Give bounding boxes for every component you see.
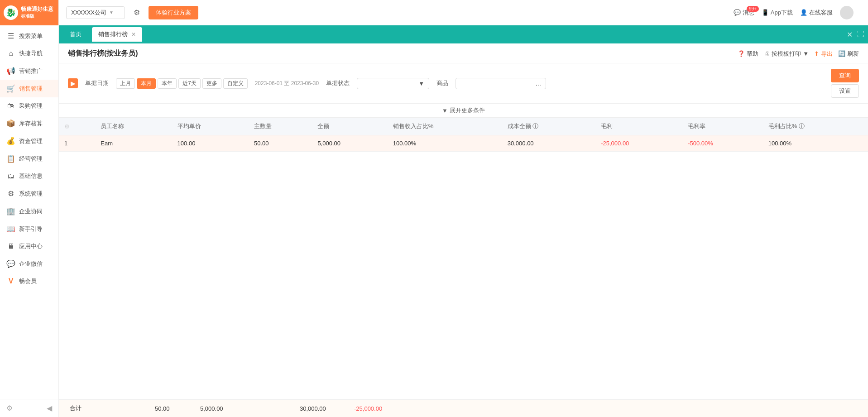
close-window-icon[interactable]: ✕ xyxy=(847,30,853,39)
date-current-year-btn[interactable]: 本年 xyxy=(158,78,177,89)
table-row: 1 Eam 100.00 50.00 5,000.00 100.00% 30,0… xyxy=(59,135,868,152)
basic-icon: 🗂 xyxy=(6,172,15,180)
expand-label: 展开更多条件 xyxy=(450,106,485,115)
topbar-right: 💬 消息 99+ 📱 App下载 👤 在线客服 xyxy=(734,6,861,19)
print-dropdown-icon: ▼ xyxy=(803,50,809,57)
sidebar-item-purchase[interactable]: 🛍 采购管理 xyxy=(0,97,58,115)
sidebar-item-corp[interactable]: 🏢 企业协同 xyxy=(0,202,58,220)
sidebar-item-guide[interactable]: 📖 新手引导 xyxy=(0,220,58,238)
sidebar-collapse-icon[interactable]: ◀ xyxy=(47,404,52,412)
apps-icon: 🖥 xyxy=(6,242,15,250)
date-range-display: 2023-06-01 至 2023-06-30 xyxy=(255,80,319,87)
goods-more-icon: … xyxy=(535,80,541,87)
date-buttons: 上月 本月 本年 近7天 更多 自定义 xyxy=(116,78,248,89)
th-avg-price: 平均单价 xyxy=(172,118,249,135)
main: XXXXXX公司 ▼ ⚙ 体验行业方案 💬 消息 99+ 📱 App下载 👤 在… xyxy=(59,0,868,417)
topbar-settings-btn[interactable]: ⚙ xyxy=(130,6,143,19)
cell-profit: -25,000.00 xyxy=(595,135,682,152)
table-footer: 合计 50.00 5,000.00 30,000.00 -25,000.00 xyxy=(59,399,868,417)
tab-home[interactable]: 首页 xyxy=(62,25,89,43)
date-custom-btn[interactable]: 自定义 xyxy=(223,78,248,89)
footer-amount: 5,000.00 xyxy=(200,405,250,412)
app-download-btn[interactable]: 📱 App下载 xyxy=(762,9,793,17)
logo-text: 畅康通好生意 标准版 xyxy=(21,6,53,19)
search-menu-icon: ☰ xyxy=(6,32,15,40)
expand-icon: ▼ xyxy=(442,107,448,114)
table-header: ⚙ 员工名称 平均单价 主数量 全额 销售收入占比% 成本全额 ⓘ 毛利 毛利率… xyxy=(59,118,868,135)
home-icon: ⌂ xyxy=(6,49,15,58)
th-setting[interactable]: ⚙ xyxy=(59,118,95,135)
th-amount: 全额 xyxy=(312,118,387,135)
footer-profit: -25,000.00 xyxy=(354,405,408,412)
export-btn[interactable]: ⬆ 导出 xyxy=(814,50,833,58)
expand-conditions-btn[interactable]: ▼ 展开更多条件 xyxy=(442,106,485,115)
sidebar-settings-icon[interactable]: ⚙ xyxy=(6,404,13,412)
guide-icon: 📖 xyxy=(6,225,15,233)
sidebar-item-quick[interactable]: ⌂ 快捷导航 xyxy=(0,45,58,62)
wechat-icon: 💬 xyxy=(6,259,15,268)
cell-avg-price: 100.00 xyxy=(172,135,249,152)
filter-bar: ▶ 单据日期 上月 本月 本年 近7天 更多 自定义 2023-06-01 至 … xyxy=(59,63,868,104)
help-btn[interactable]: ❓ 帮助 xyxy=(738,50,758,58)
page-title: 销售排行榜(按业务员) xyxy=(68,49,138,63)
tab-close-icon[interactable]: ✕ xyxy=(131,31,136,38)
cell-qty: 50.00 xyxy=(249,135,312,152)
sidebar-item-apps[interactable]: 🖥 应用中心 xyxy=(0,238,58,255)
avatar[interactable] xyxy=(840,6,854,19)
sidebar-item-basic[interactable]: 🗂 基础信息 xyxy=(0,168,58,185)
refresh-btn[interactable]: 🔄 刷新 xyxy=(838,50,859,58)
service-icon: 👤 xyxy=(800,9,807,16)
topbar: XXXXXX公司 ▼ ⚙ 体验行业方案 💬 消息 99+ 📱 App下载 👤 在… xyxy=(59,0,868,25)
tabbar: 首页 销售排行榜 ✕ ✕ ⛶ xyxy=(59,25,868,43)
date-more-btn[interactable]: 更多 xyxy=(202,78,221,89)
sidebar-logo: 🐉 畅康通好生意 标准版 xyxy=(0,0,58,25)
print-btn[interactable]: 🖨 按模板打印 ▼ xyxy=(764,50,809,58)
filter-action-btns: 查询 设置 xyxy=(831,69,859,98)
sidebar-item-sales[interactable]: 🛒 销售管理 xyxy=(0,80,58,97)
th-profit-pct: 毛利占比% ⓘ xyxy=(763,118,868,135)
tab-sales-ranking[interactable]: 销售排行榜 ✕ xyxy=(92,27,142,42)
message-badge: 99+ xyxy=(747,6,759,12)
ranking-table: ⚙ 员工名称 平均单价 主数量 全额 销售收入占比% 成本全额 ⓘ 毛利 毛利率… xyxy=(59,118,868,152)
cell-cost: 30,000.00 xyxy=(502,135,595,152)
maximize-icon[interactable]: ⛶ xyxy=(857,30,864,38)
sidebar-item-member[interactable]: V 畅会员 xyxy=(0,273,58,290)
status-select[interactable]: ▼ xyxy=(357,78,429,89)
query-button[interactable]: 查询 xyxy=(831,69,859,82)
trial-button[interactable]: 体验行业方案 xyxy=(149,6,198,19)
expand-bar: ▼ 展开更多条件 xyxy=(59,104,868,118)
sidebar-item-operation[interactable]: 📋 经营管理 xyxy=(0,150,58,168)
company-dropdown-arrow: ▼ xyxy=(109,10,114,15)
help-icon: ❓ xyxy=(738,50,745,57)
sidebar-item-search[interactable]: ☰ 搜索菜单 xyxy=(0,27,58,45)
message-btn[interactable]: 💬 消息 99+ xyxy=(734,9,754,17)
date-7days-btn[interactable]: 近7天 xyxy=(178,78,201,89)
content: 销售排行榜(按业务员) ❓ 帮助 🖨 按模板打印 ▼ ⬆ 导出 🔄 刷新 xyxy=(59,43,868,417)
message-icon: 💬 xyxy=(734,9,741,16)
filter-settings-button[interactable]: 设置 xyxy=(831,84,859,98)
date-label: 单据日期 xyxy=(85,79,109,87)
finance-icon: 💰 xyxy=(6,137,15,145)
cell-profit-rate: -500.00% xyxy=(682,135,763,152)
th-profit-rate: 毛利率 xyxy=(682,118,763,135)
cell-amount: 5,000.00 xyxy=(312,135,387,152)
status-label: 单据状态 xyxy=(326,79,350,87)
sidebar-item-wechat[interactable]: 💬 企业微信 xyxy=(0,255,58,273)
sidebar-item-marketing[interactable]: 📢 营销推广 xyxy=(0,62,58,80)
footer-label: 合计 xyxy=(64,404,119,412)
column-setting-icon[interactable]: ⚙ xyxy=(64,123,70,130)
th-cost: 成本全额 ⓘ xyxy=(502,118,595,135)
th-profit: 毛利 xyxy=(595,118,682,135)
date-last-month-btn[interactable]: 上月 xyxy=(116,78,135,89)
sidebar-item-system[interactable]: ⚙ 系统管理 xyxy=(0,185,58,202)
goods-input[interactable]: … xyxy=(456,78,546,89)
marketing-icon: 📢 xyxy=(6,67,15,75)
online-service-btn[interactable]: 👤 在线客服 xyxy=(800,9,833,17)
company-select[interactable]: XXXXXX公司 ▼ xyxy=(66,6,125,19)
date-current-month-btn[interactable]: 本月 xyxy=(137,78,156,89)
filter-toggle-btn[interactable]: ▶ xyxy=(68,78,78,88)
page-header-actions: ❓ 帮助 🖨 按模板打印 ▼ ⬆ 导出 🔄 刷新 xyxy=(738,50,859,62)
sidebar-item-inventory[interactable]: 📦 库存核算 xyxy=(0,115,58,132)
refresh-icon: 🔄 xyxy=(838,50,845,57)
sidebar-item-finance[interactable]: 💰 资金管理 xyxy=(0,132,58,150)
